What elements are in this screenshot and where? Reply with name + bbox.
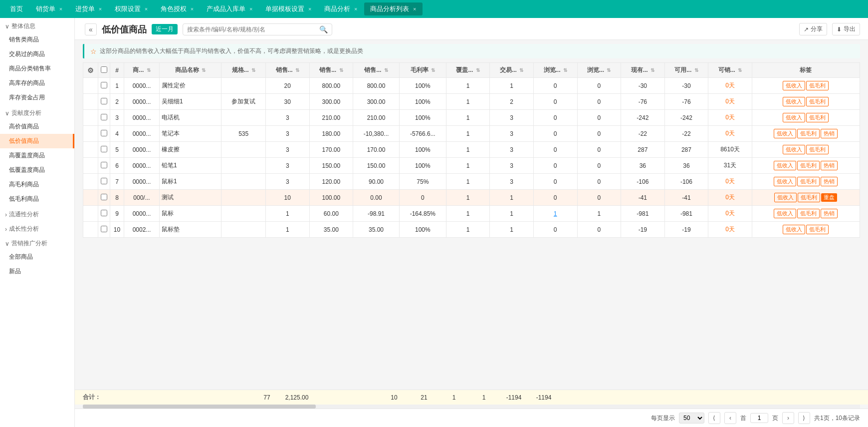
row-checkbox[interactable] [101,98,107,104]
col-name[interactable]: 商品名称 ⇅ [160,63,221,78]
filter-tag-month[interactable]: 近一月 [152,24,178,34]
share-button[interactable]: ↗ 分享 [799,23,827,35]
group-flow[interactable]: › 流通性分析 [0,206,74,221]
col-stock2[interactable]: 可用... ⇅ [664,63,708,78]
row-checkbox[interactable] [101,162,107,168]
last-page-btn[interactable]: ⟩ [798,412,810,424]
col-code[interactable]: 商... ⇅ [124,63,160,78]
cell-checkbox[interactable] [98,222,110,238]
col-settings[interactable]: ⚙ [83,63,98,78]
nav-template[interactable]: 单据模板设置 × [259,2,317,15]
col-s2[interactable]: 销售... ⇅ [309,63,353,78]
close-purchase-icon[interactable]: × [99,6,102,12]
sidebar-item-low-value[interactable]: 低价值商品 [0,134,74,148]
cell-checkbox[interactable] [98,142,110,158]
sidebar-item-low-coverage[interactable]: 低覆盖度商品 [0,163,74,177]
cell-view1[interactable]: 0 [533,158,577,174]
view1-link[interactable]: 1 [554,210,557,217]
cell-view1[interactable]: 0 [533,222,577,238]
cell-view1[interactable]: 0 [533,94,577,110]
close-list-icon[interactable]: × [413,6,416,12]
nav-goods-list[interactable]: 商品分析列表 × [364,2,422,15]
nav-home[interactable]: 首页 [4,2,29,15]
close-sales-icon[interactable]: × [59,6,62,12]
page-input[interactable] [750,413,768,423]
table-wrapper[interactable]: ⚙ # 商... ⇅ 商品名称 ⇅ 规格... ⇅ 销售... ⇅ 销售... … [75,62,868,390]
row-checkbox[interactable] [101,146,107,152]
search-box[interactable]: 🔍 [183,23,332,35]
sidebar-item-category-rate[interactable]: 商品分类销售率 [0,61,74,76]
col-checkbox[interactable] [98,63,110,78]
col-trade[interactable]: 交易... ⇅ [490,63,534,78]
next-page-btn[interactable]: › [782,412,794,424]
cell-checkbox[interactable] [98,158,110,174]
close-permission-icon[interactable]: × [145,6,148,12]
cell-checkbox[interactable] [98,206,110,222]
cell-code: 0000... [124,174,160,190]
sidebar-item-high-coverage[interactable]: 高覆盖度商品 [0,148,74,163]
col-stock1[interactable]: 现有... ⇅ [621,63,665,78]
group-growth[interactable]: › 成长性分析 [0,221,74,235]
cell-tags: 低收入低毛利热销 [752,126,860,142]
close-product-icon[interactable]: × [249,6,252,12]
sidebar-item-sales-goods[interactable]: 销售类商品 [0,32,74,47]
sidebar-item-traded-goods[interactable]: 交易过的商品 [0,47,74,61]
group-contribution[interactable]: ∨ 贡献度分析 [0,105,74,119]
cell-view1[interactable]: 0 [533,142,577,158]
cell-checkbox[interactable] [98,78,110,94]
nav-purchase[interactable]: 进货单 × [69,2,108,15]
cell-view1[interactable]: 0 [533,190,577,206]
sidebar-item-high-margin[interactable]: 高毛利商品 [0,177,74,192]
col-spec[interactable]: 规格... ⇅ [221,63,266,78]
sidebar-item-high-stock[interactable]: 高库存的商品 [0,76,74,90]
sidebar-item-stock-fund[interactable]: 库存资金占用 [0,90,74,105]
cell-checkbox[interactable] [98,110,110,126]
prev-page-btn[interactable]: ‹ [724,412,736,424]
col-margin[interactable]: 毛利率 ⇅ [399,63,446,78]
select-all-checkbox[interactable] [101,66,107,73]
col-s3[interactable]: 销售... ⇅ [353,63,400,78]
col-view1[interactable]: 浏览... ⇅ [533,63,577,78]
cell-view1[interactable]: 0 [533,174,577,190]
cell-checkbox[interactable] [98,190,110,206]
row-checkbox[interactable] [101,226,107,232]
row-checkbox[interactable] [101,194,107,200]
gear-icon[interactable]: ⚙ [87,66,94,74]
close-role-icon[interactable]: × [191,6,194,12]
group-marketing[interactable]: ∨ 营销推广分析 [0,235,74,250]
export-button[interactable]: ⬇ 导出 [832,23,860,35]
row-checkbox[interactable] [101,114,107,120]
nav-goods-analysis[interactable]: 商品分析 × [318,2,363,15]
col-cover[interactable]: 覆盖... ⇅ [446,63,490,78]
first-page-btn[interactable]: ⟨ [708,412,720,424]
main-layout: ∨ 整体信息 销售类商品 交易过的商品 商品分类销售率 高库存的商品 库存资金占… [0,18,868,427]
close-goods-icon[interactable]: × [354,6,357,12]
row-checkbox[interactable] [101,82,107,88]
sidebar-item-low-margin[interactable]: 低毛利商品 [0,192,74,206]
nav-permission[interactable]: 权限设置 × [109,2,154,15]
col-days[interactable]: 可销... ⇅ [708,63,752,78]
sidebar-item-new-goods[interactable]: 新品 [0,264,74,279]
row-checkbox[interactable] [101,210,107,216]
cell-checkbox[interactable] [98,126,110,142]
sidebar-item-high-value[interactable]: 高价值商品 [0,119,74,134]
close-template-icon[interactable]: × [308,6,311,12]
col-s1[interactable]: 销售... ⇅ [265,63,309,78]
per-page-select[interactable]: 50 100 200 [679,413,704,424]
col-view2[interactable]: 浏览... ⇅ [577,63,621,78]
cell-view1[interactable]: 1 [533,206,577,222]
nav-sales[interactable]: 销货单 × [30,2,68,15]
cell-view1[interactable]: 0 [533,110,577,126]
row-checkbox[interactable] [101,130,107,136]
cell-view1[interactable]: 0 [533,126,577,142]
cell-checkbox[interactable] [98,94,110,110]
search-input[interactable] [187,26,317,33]
row-checkbox[interactable] [101,178,107,184]
nav-product[interactable]: 产成品入库单 × [201,2,258,15]
cell-view1[interactable]: 0 [533,78,577,94]
nav-role[interactable]: 角色授权 × [155,2,200,15]
cell-checkbox[interactable] [98,174,110,190]
group-overall[interactable]: ∨ 整体信息 [0,18,74,32]
sidebar-item-all-goods[interactable]: 全部商品 [0,250,74,264]
collapse-sidebar-btn[interactable]: « [85,23,97,35]
